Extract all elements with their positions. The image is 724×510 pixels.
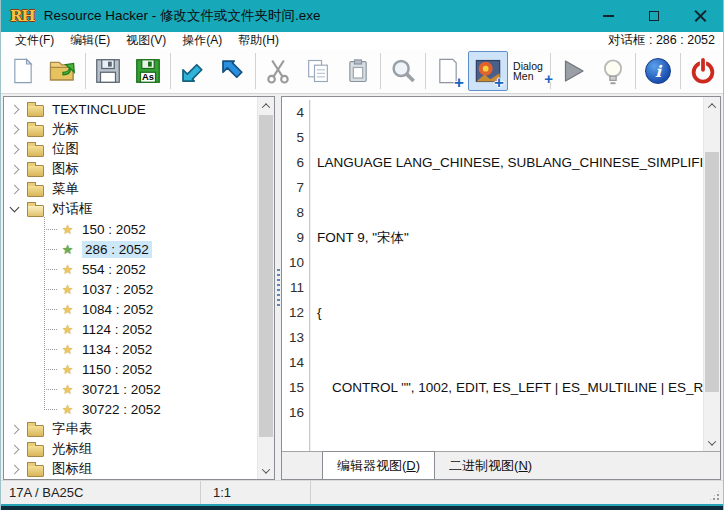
paste-button[interactable] (338, 51, 378, 91)
chevron-right-icon[interactable] (10, 464, 20, 474)
resource-tree-panel: TEXTINCLUDE 光标 位图 图标 (3, 96, 275, 480)
save-icon (93, 56, 123, 86)
import-resource-button[interactable] (173, 51, 213, 91)
tree-item-label: 对话框 (52, 200, 93, 218)
tree-item[interactable]: 1037 : 2052 (4, 279, 256, 299)
copy-button[interactable] (298, 51, 338, 91)
open-folder-icon (48, 56, 78, 86)
editor-panel: 4 5 6 7 8 9 10 11 12 13 14 15 16 LANGUAG… (281, 96, 721, 480)
toolbar-separator (170, 53, 171, 89)
scroll-down-button[interactable] (704, 434, 720, 451)
tree-item-label: 位图 (52, 140, 79, 158)
tab-binary-view[interactable]: 二进制视图(N) (435, 452, 546, 479)
tree-item[interactable]: 光标组 (4, 439, 256, 459)
export-resource-button[interactable] (213, 51, 253, 91)
tree-item[interactable]: 位图 (4, 139, 256, 159)
chevron-right-icon[interactable] (10, 164, 20, 174)
menu-action[interactable]: 操作(A) (174, 32, 230, 49)
tree-item-label: TEXTINCLUDE (52, 102, 146, 117)
tree-item-label: 图标组 (52, 460, 93, 478)
toolbar-separator (635, 53, 636, 89)
export-arrow-icon (218, 56, 248, 86)
menu-file[interactable]: 文件(F) (7, 32, 62, 49)
chevron-right-icon[interactable] (10, 184, 20, 194)
chevron-right-icon[interactable] (10, 444, 20, 454)
code-line: CONTROL "", 1001, EDIT, ES_LEFT | ES_MUL… (317, 450, 703, 451)
add-dialog-menu-button[interactable]: Dialog Men (508, 51, 548, 91)
chevron-right-icon[interactable] (10, 144, 20, 154)
resource-star-icon (59, 242, 76, 257)
resource-star-icon (59, 402, 76, 417)
add-resource-button[interactable] (428, 51, 468, 91)
tree-item[interactable]: TEXTINCLUDE (4, 99, 256, 119)
about-button[interactable]: i (638, 51, 678, 91)
tree-item-dialogs[interactable]: 对话框 (4, 199, 256, 219)
maximize-button[interactable] (631, 0, 677, 32)
tree-item[interactable]: 30721 : 2052 (4, 379, 256, 399)
open-file-button[interactable] (43, 51, 83, 91)
save-button[interactable] (88, 51, 128, 91)
scroll-up-button[interactable] (258, 97, 274, 114)
exit-button[interactable] (683, 51, 723, 91)
tree-item[interactable]: 150 : 2052 (4, 219, 256, 239)
line-number: 12 (282, 300, 304, 325)
editor-scrollbar[interactable] (703, 97, 720, 451)
current-resource-indicator: 对话框 : 286 : 2052 (608, 32, 715, 49)
status-zoom: 1:1 (201, 481, 311, 504)
tab-editor-view[interactable]: 编辑器视图(D) (322, 451, 435, 479)
close-button[interactable] (677, 0, 723, 32)
tree-item-label: 30722 : 2052 (82, 402, 161, 417)
tree-item[interactable]: 字串表 (4, 419, 256, 439)
tab-label: ) (416, 458, 420, 473)
info-icon: i (645, 58, 671, 84)
status-offset: 17A / BA25C (1, 481, 201, 504)
splitter-grip-icon (277, 269, 280, 307)
editor-scrollbar-thumb[interactable] (705, 152, 719, 392)
tree-item[interactable]: 1124 : 2052 (4, 319, 256, 339)
save-as-button[interactable]: As (128, 51, 168, 91)
chevron-right-icon[interactable] (10, 104, 20, 114)
titlebar[interactable]: RH Resource Hacker - 修改文件或文件夹时间.exe (1, 0, 723, 32)
cut-button[interactable] (258, 51, 298, 91)
chevron-right-icon[interactable] (10, 424, 20, 434)
tab-label: ) (528, 458, 532, 473)
tree-item[interactable]: 图标组 (4, 459, 256, 479)
tree-item[interactable]: 1150 : 2052 (4, 359, 256, 379)
code-editor[interactable]: 4 5 6 7 8 9 10 11 12 13 14 15 16 LANGUAG… (282, 97, 720, 451)
tree-item[interactable]: 菜单 (4, 179, 256, 199)
new-file-button[interactable] (3, 51, 43, 91)
tree-item[interactable]: 图标 (4, 159, 256, 179)
minimize-button[interactable] (585, 0, 631, 32)
folder-icon (27, 105, 44, 117)
tree-item[interactable]: 554 : 2052 (4, 259, 256, 279)
chevron-right-icon[interactable] (10, 124, 20, 134)
run-compile-button[interactable] (553, 51, 593, 91)
add-image-button[interactable] (468, 51, 508, 91)
folder-icon (27, 145, 44, 157)
tree-item-selected[interactable]: 286 : 2052 (4, 239, 256, 259)
menu-help[interactable]: 帮助(H) (230, 32, 287, 49)
plus-icon (544, 74, 553, 85)
chevron-down-icon[interactable] (10, 203, 20, 213)
tree-item[interactable]: 1084 : 2052 (4, 299, 256, 319)
tree-item-label: 字串表 (52, 420, 93, 438)
scroll-up-button[interactable] (704, 97, 720, 114)
tree-item-label: 图标 (52, 160, 79, 178)
scroll-down-button[interactable] (258, 462, 274, 479)
maximize-icon (649, 11, 659, 21)
tree-item[interactable]: 光标 (4, 119, 256, 139)
toolbar-separator (85, 53, 86, 89)
hints-button[interactable] (593, 51, 633, 91)
tree-scrollbar-thumb[interactable] (259, 115, 273, 437)
resource-star-icon (59, 222, 76, 237)
app-icon: RH (10, 7, 35, 25)
status-empty (311, 481, 723, 504)
tree-scrollbar[interactable] (257, 97, 274, 479)
search-button[interactable] (383, 51, 423, 91)
line-number: 8 (282, 200, 304, 225)
tree-item[interactable]: 1134 : 2052 (4, 339, 256, 359)
code-text[interactable]: LANGUAGE LANG_CHINESE, SUBLANG_CHINESE_S… (310, 100, 703, 451)
menu-edit[interactable]: 编辑(E) (62, 32, 118, 49)
menu-view[interactable]: 视图(V) (118, 32, 174, 49)
tree-item[interactable]: 30722 : 2052 (4, 399, 256, 419)
